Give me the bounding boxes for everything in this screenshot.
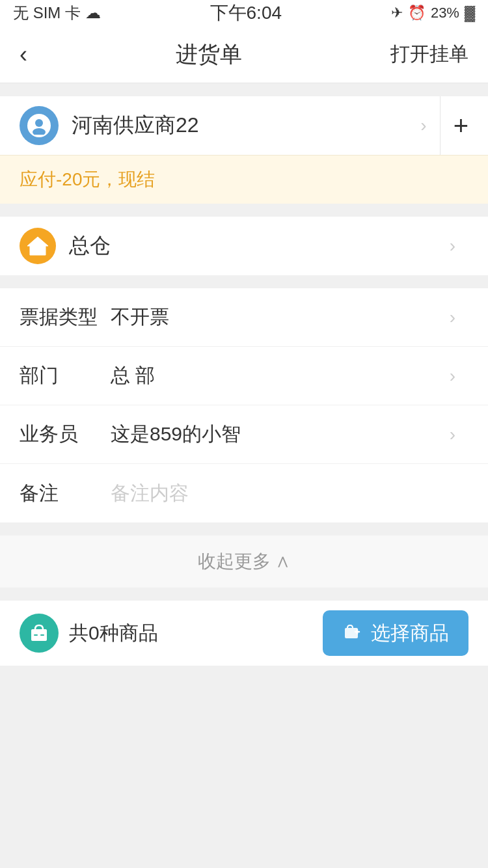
bottom-bar: 共0种商品 选择商品 — [0, 601, 488, 666]
supplier-name: 河南供应商22 — [72, 111, 420, 140]
product-cart-icon — [20, 614, 59, 653]
status-bar: 无 SIM 卡 ☁ 下午6:04 ✈ ⏰ 23% ▓ — [0, 0, 488, 26]
supplier-row[interactable]: 河南供应商22 › — [20, 96, 440, 155]
home-icon — [26, 234, 49, 258]
warehouse-name: 总仓 — [69, 232, 450, 260]
sim-label: 无 SIM 卡 ☁ — [13, 3, 101, 23]
chevron-right-icon: › — [420, 115, 426, 136]
page-title: 进货单 — [176, 40, 242, 70]
location-icon: ✈ — [391, 5, 403, 21]
svg-rect-5 — [40, 634, 44, 636]
avatar — [20, 106, 59, 145]
svg-point-1 — [33, 128, 46, 135]
person-icon — [30, 116, 48, 135]
remark-label: 备注 — [20, 480, 111, 507]
product-count-label: 共0种商品 — [69, 620, 158, 647]
salesperson-label: 业务员 — [20, 421, 111, 448]
salesperson-row[interactable]: 业务员 这是859的小智 › — [0, 405, 488, 464]
status-right: ✈ ⏰ 23% ▓ — [391, 5, 475, 21]
back-button[interactable]: ‹ — [20, 41, 27, 68]
salesperson-chevron: › — [450, 424, 455, 445]
alarm-icon: ⏰ — [408, 5, 426, 21]
form-section: 票据类型 不开票 › 部门 总 部 › 业务员 这是859的小智 › 备注 备注… — [0, 288, 488, 522]
warning-banner: 应付-20元，现结 — [0, 155, 488, 204]
department-chevron: › — [450, 366, 455, 387]
department-value: 总 部 — [111, 362, 450, 389]
section-gap-1 — [0, 83, 488, 96]
nav-bar: ‹ 进货单 打开挂单 — [0, 26, 488, 83]
battery-label: 23% — [431, 5, 459, 21]
shopping-bag-icon — [27, 621, 51, 645]
add-supplier-button[interactable]: + — [440, 96, 468, 155]
product-count-area: 共0种商品 — [20, 614, 158, 653]
status-time: 下午6:04 — [210, 1, 282, 25]
select-product-button[interactable]: 选择商品 — [323, 610, 468, 656]
open-pending-button[interactable]: 打开挂单 — [390, 41, 468, 68]
department-row[interactable]: 部门 总 部 › — [0, 347, 488, 405]
svg-rect-3 — [31, 629, 47, 641]
department-label: 部门 — [20, 362, 111, 389]
collapse-button[interactable]: 收起更多 ∧ — [0, 536, 488, 588]
warehouse-chevron-icon: › — [450, 236, 455, 256]
battery-icon: ▓ — [465, 5, 475, 21]
page-background — [0, 666, 488, 796]
invoice-type-value: 不开票 — [111, 304, 450, 331]
avatar-inner — [27, 114, 51, 137]
warehouse-section[interactable]: 总仓 › — [0, 217, 488, 275]
warehouse-icon — [20, 228, 56, 264]
status-left: 无 SIM 卡 ☁ — [13, 3, 101, 23]
select-cart-icon — [342, 623, 363, 644]
invoice-type-row[interactable]: 票据类型 不开票 › — [0, 288, 488, 347]
svg-marker-2 — [27, 237, 48, 255]
salesperson-value: 这是859的小智 — [111, 421, 450, 448]
svg-point-0 — [35, 119, 43, 127]
invoice-type-chevron: › — [450, 307, 455, 328]
svg-rect-6 — [345, 628, 358, 638]
supplier-section[interactable]: 河南供应商22 › + — [0, 96, 488, 155]
svg-rect-4 — [34, 634, 38, 636]
remark-row[interactable]: 备注 备注内容 — [0, 464, 488, 522]
remark-placeholder[interactable]: 备注内容 — [111, 480, 468, 507]
invoice-type-label: 票据类型 — [20, 304, 111, 331]
select-product-label: 选择商品 — [371, 620, 449, 647]
